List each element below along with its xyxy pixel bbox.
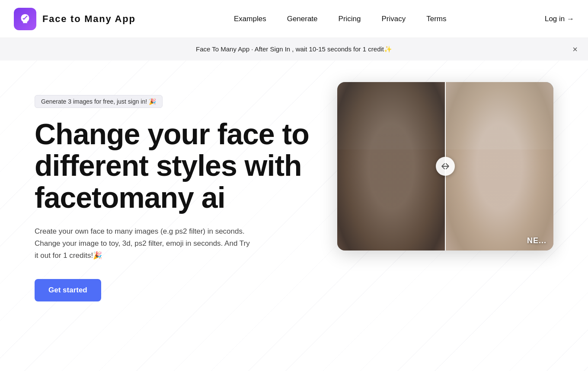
get-started-button[interactable]: Get started xyxy=(35,279,101,301)
logo-link[interactable]: Face to Many App xyxy=(14,8,136,30)
navbar: Face to Many App Examples Generate Prici… xyxy=(0,0,588,38)
hero-content: Generate 3 images for free, just sign in… xyxy=(35,86,320,301)
compare-handle[interactable] xyxy=(436,157,455,176)
logo-icon xyxy=(14,8,36,30)
hero-title: Change your face to different styles wit… xyxy=(35,118,320,213)
hero-image-container: NE... xyxy=(320,82,553,251)
hero-badge: Generate 3 images for free, just sign in… xyxy=(35,95,163,108)
image-compare: NE... xyxy=(337,82,553,251)
image-bottom-text: NE... xyxy=(527,236,546,245)
announcement-banner: Face To Many App · After Sign In , wait … xyxy=(0,38,588,60)
hero-section: Generate 3 images for free, just sign in… xyxy=(0,60,588,371)
nav-terms[interactable]: Terms xyxy=(426,15,446,23)
nav-pricing[interactable]: Pricing xyxy=(339,15,361,23)
hero-subtitle: Create your own face to many images (e.g… xyxy=(35,225,251,262)
nav-privacy[interactable]: Privacy xyxy=(382,15,406,23)
banner-close-button[interactable]: × xyxy=(572,45,578,54)
compare-arrows-icon xyxy=(441,162,450,171)
face-left-panel xyxy=(337,82,445,251)
nav-examples[interactable]: Examples xyxy=(234,15,266,23)
logo-text: Face to Many App xyxy=(42,13,136,25)
nav-links: Examples Generate Pricing Privacy Terms xyxy=(234,15,447,23)
nav-generate[interactable]: Generate xyxy=(287,15,318,23)
login-link[interactable]: Log in → xyxy=(545,15,574,23)
banner-text: Face To Many App · After Sign In , wait … xyxy=(196,45,392,53)
face-right-panel xyxy=(445,82,553,251)
logo-svg xyxy=(19,13,32,25)
